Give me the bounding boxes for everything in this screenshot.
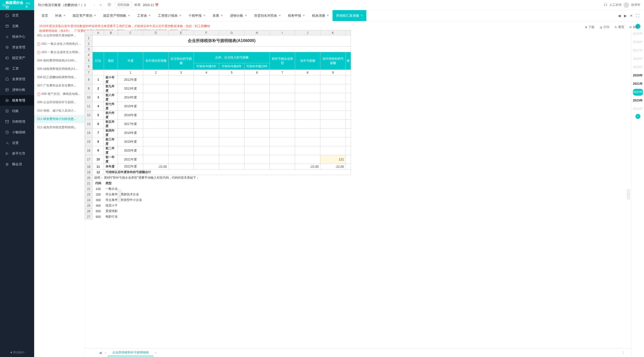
sidebar-item-expense[interactable]: 小畅报销: [0, 127, 34, 138]
row-header[interactable]: 4: [85, 52, 93, 58]
cell[interactable]: [346, 129, 351, 137]
cell[interactable]: [169, 120, 194, 129]
cell[interactable]: [346, 164, 351, 170]
cell[interactable]: [169, 137, 194, 146]
tab[interactable]: 发票✕: [209, 10, 226, 21]
cell[interactable]: [346, 120, 351, 129]
cell[interactable]: -22.00: [320, 164, 346, 170]
cell[interactable]: [143, 146, 169, 155]
row-header[interactable]: 20: [85, 175, 93, 181]
cell[interactable]: [244, 111, 270, 120]
year-button[interactable]: 2018年: [633, 55, 643, 62]
close-icon[interactable]: ✕: [221, 14, 223, 17]
cell[interactable]: 前五年度: [104, 120, 118, 129]
cell[interactable]: [244, 120, 270, 129]
sidebar-item-vip[interactable]: 畅会员: [0, 159, 34, 170]
sidebar-item-home[interactable]: 首页: [0, 10, 34, 21]
tab[interactable]: 固定资产类别✕: [69, 10, 100, 21]
cell[interactable]: 4: [93, 102, 104, 111]
cell[interactable]: [169, 129, 194, 137]
form-list-item[interactable]: 004-期间费用明细表(A1040...: [34, 56, 85, 65]
close-icon[interactable]: ✕: [203, 14, 205, 17]
cell[interactable]: 前四年度: [104, 129, 118, 137]
row-header[interactable]: 22: [85, 186, 93, 192]
cell[interactable]: [194, 146, 219, 155]
row-header[interactable]: 1: [85, 35, 93, 41]
tab-prev-icon[interactable]: ◀: [616, 13, 622, 18]
row-header[interactable]: 23: [85, 192, 93, 197]
cell[interactable]: [244, 137, 270, 146]
cell[interactable]: [270, 111, 295, 120]
cell[interactable]: [93, 70, 104, 75]
cell[interactable]: [270, 137, 295, 146]
cell[interactable]: [194, 155, 219, 164]
cell[interactable]: 前六年度: [104, 111, 118, 120]
cell[interactable]: [219, 137, 244, 146]
cell[interactable]: [244, 155, 270, 164]
row-header[interactable]: 13: [85, 120, 93, 129]
sidebar-item-asset[interactable]: 固定资产: [0, 53, 34, 63]
cell[interactable]: [346, 93, 351, 102]
cell[interactable]: [244, 146, 270, 155]
row-header[interactable]: 17: [85, 155, 93, 164]
row-header[interactable]: 21: [85, 181, 93, 186]
sheet-prev-icon[interactable]: ‹: [103, 351, 108, 355]
row-header[interactable]: 19: [85, 170, 93, 175]
row-header[interactable]: 5: [85, 58, 93, 63]
refresh-button[interactable]: ⟳刷新: [629, 25, 639, 29]
switch-version-button[interactable]: 切到旧版: [115, 2, 132, 8]
cell[interactable]: [320, 102, 346, 111]
sidebar-item-settings[interactable]: 设置: [0, 138, 34, 148]
cell[interactable]: [320, 146, 346, 155]
col-header[interactable]: B: [104, 30, 118, 35]
cell[interactable]: 2022年度: [118, 164, 143, 170]
add-icon[interactable]: +: [98, 3, 103, 7]
print-button[interactable]: 🖨打印: [599, 25, 610, 29]
cell[interactable]: [346, 84, 351, 93]
row-header[interactable]: 8: [85, 75, 93, 84]
cell[interactable]: 111: [320, 155, 346, 164]
cell[interactable]: [194, 102, 219, 111]
cell[interactable]: [295, 84, 320, 93]
cell[interactable]: [219, 155, 244, 164]
cell[interactable]: [194, 111, 219, 120]
tab-next-icon[interactable]: ▶: [622, 13, 628, 18]
cell[interactable]: 可结转以后年度弥补的亏损额合计: [104, 170, 351, 175]
cell[interactable]: [143, 129, 169, 137]
cell[interactable]: [244, 75, 270, 84]
gear-icon[interactable]: [106, 3, 113, 7]
row-header[interactable]: 15: [85, 137, 93, 146]
tab[interactable]: 税表清册✕: [308, 10, 333, 21]
cell[interactable]: [169, 146, 194, 155]
consult-link[interactable]: 人工咨询: [609, 3, 621, 7]
cell[interactable]: [219, 146, 244, 155]
tab[interactable]: 首页: [38, 10, 52, 21]
row-header[interactable]: 24: [85, 197, 93, 203]
cell[interactable]: [143, 93, 169, 102]
cell[interactable]: 前九年度: [104, 84, 118, 93]
cell[interactable]: 2017年度: [118, 120, 143, 129]
cell[interactable]: 5: [219, 70, 244, 75]
close-icon[interactable]: ✕: [245, 14, 247, 17]
tab[interactable]: 工资表✕: [134, 10, 154, 21]
cell[interactable]: [295, 111, 320, 120]
cell[interactable]: 2012年度: [118, 75, 143, 84]
download-button[interactable]: ⬇下载: [585, 25, 594, 29]
year-button[interactable]: 2019年: [633, 64, 643, 71]
cell[interactable]: [346, 102, 351, 111]
row-header[interactable]: 18: [85, 164, 93, 170]
cell[interactable]: 9: [93, 146, 104, 155]
year-button[interactable]: 2017年: [633, 47, 643, 54]
year-button[interactable]: 2023年: [633, 97, 643, 104]
tab[interactable]: 进销台账✕: [226, 10, 251, 21]
cell[interactable]: 前七年度: [104, 102, 118, 111]
cell[interactable]: [295, 146, 320, 155]
row-header[interactable]: 12: [85, 111, 93, 120]
sidebar-item-archive[interactable]: 归档管理: [0, 116, 34, 127]
cell[interactable]: -22.00: [143, 164, 169, 170]
cell[interactable]: [270, 146, 295, 155]
cell[interactable]: 7: [270, 70, 295, 75]
cell[interactable]: 2016年度: [118, 111, 143, 120]
col-header[interactable]: I: [270, 30, 295, 35]
close-icon[interactable]: ✕: [327, 14, 329, 17]
